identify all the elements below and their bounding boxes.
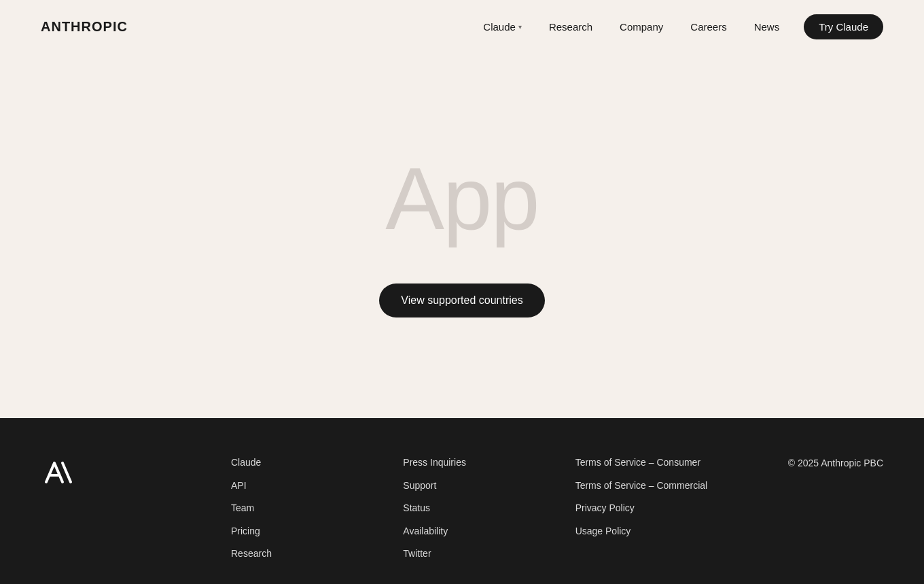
footer-col-3: Terms of Service – Consumer Terms of Ser… bbox=[575, 456, 747, 561]
footer-link-tos-commercial[interactable]: Terms of Service – Commercial bbox=[575, 479, 747, 493]
footer-link-press[interactable]: Press Inquiries bbox=[403, 456, 575, 470]
nav-item-claude[interactable]: Claude ▾ bbox=[472, 16, 533, 38]
footer-link-pricing[interactable]: Pricing bbox=[231, 525, 403, 538]
footer-col-2: Press Inquiries Support Status Availabil… bbox=[403, 456, 575, 561]
footer-link-team[interactable]: Team bbox=[231, 502, 403, 515]
footer-link-research[interactable]: Research bbox=[231, 547, 403, 561]
app-heading: App bbox=[385, 154, 538, 243]
main-nav: Claude ▾ Research Company Careers News T… bbox=[472, 14, 883, 39]
footer-link-twitter[interactable]: Twitter bbox=[403, 547, 575, 561]
footer-col-1: Claude API Team Pricing Research bbox=[231, 456, 403, 561]
logo[interactable]: ANTHROPIC bbox=[41, 19, 128, 35]
footer-link-support[interactable]: Support bbox=[403, 479, 575, 493]
footer-logo-icon bbox=[41, 456, 73, 489]
footer-logo-col bbox=[41, 456, 231, 561]
footer-nav: Claude API Team Pricing Research Press I… bbox=[231, 456, 747, 561]
nav-item-careers[interactable]: Careers bbox=[679, 16, 737, 38]
footer-link-usage[interactable]: Usage Policy bbox=[575, 525, 747, 538]
view-countries-button[interactable]: View supported countries bbox=[379, 284, 544, 317]
main-content: App View supported countries bbox=[0, 53, 924, 418]
footer-copyright: © 2025 Anthropic PBC bbox=[747, 456, 883, 561]
try-claude-button[interactable]: Try Claude bbox=[804, 14, 883, 39]
footer-link-status[interactable]: Status bbox=[403, 502, 575, 515]
header: ANTHROPIC Claude ▾ Research Company Care… bbox=[0, 0, 924, 53]
nav-item-research[interactable]: Research bbox=[538, 16, 603, 38]
footer-link-availability[interactable]: Availability bbox=[403, 525, 575, 538]
footer-link-tos-consumer[interactable]: Terms of Service – Consumer bbox=[575, 456, 747, 470]
nav-item-company[interactable]: Company bbox=[609, 16, 674, 38]
footer-link-claude[interactable]: Claude bbox=[231, 456, 403, 470]
footer: Claude API Team Pricing Research Press I… bbox=[0, 418, 924, 584]
footer-link-privacy[interactable]: Privacy Policy bbox=[575, 502, 747, 515]
nav-item-news[interactable]: News bbox=[743, 16, 791, 38]
footer-link-api[interactable]: API bbox=[231, 479, 403, 493]
chevron-down-icon: ▾ bbox=[518, 23, 522, 31]
